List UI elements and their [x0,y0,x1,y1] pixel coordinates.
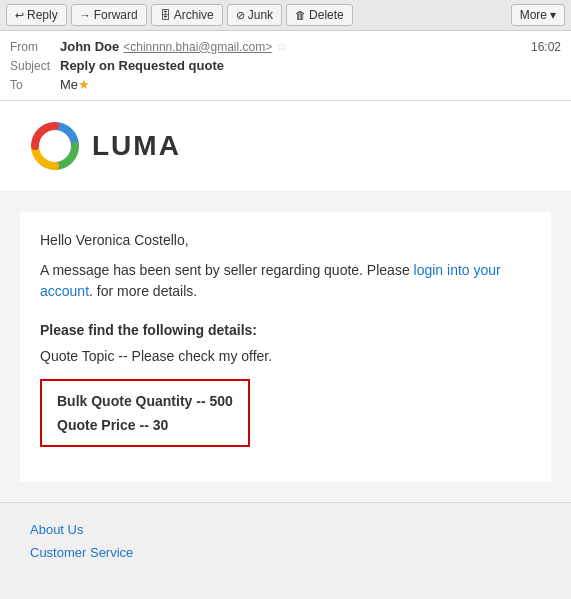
star-icon[interactable]: ☆ [276,39,288,54]
svg-point-1 [45,136,65,156]
sender-email: <chinnnn.bhai@gmail.com> [123,40,272,54]
luma-brand-text: LUMA [92,130,181,162]
about-us-link[interactable]: About Us [30,518,541,541]
logo-section: LUMA [0,101,571,192]
to-label: To [10,78,60,92]
email-footer: About Us Customer Service [0,502,571,580]
email-message: A message has been sent by seller regard… [40,260,531,302]
forward-label: Forward [94,8,138,22]
sender-name: John Doe [60,39,119,54]
email-wrapper: LUMA Hello Veronica Costello, A message … [0,101,571,580]
delete-icon: 🗑 [295,9,306,21]
chevron-down-icon: ▾ [550,8,556,22]
forward-button[interactable]: → Forward [71,4,147,26]
forward-icon: → [80,9,91,21]
junk-icon: ⊘ [236,9,245,22]
delete-label: Delete [309,8,344,22]
reply-button[interactable]: ↩ Reply [6,4,67,26]
more-button[interactable]: More ▾ [511,4,565,26]
email-content: Hello Veronica Costello, A message has b… [20,212,551,482]
customer-service-link[interactable]: Customer Service [30,541,541,564]
email-header: From John Doe <chinnnn.bhai@gmail.com> ☆… [0,31,571,101]
junk-label: Junk [248,8,273,22]
details-title: Please find the following details: [40,322,531,338]
subject-label: Subject [10,59,60,73]
quote-details-box: Bulk Quote Quantity -- 500 Quote Price -… [40,379,250,447]
quote-topic: Quote Topic -- Please check my offer. [40,348,531,364]
message-part2: . for more details. [89,283,197,299]
email-time: 16:02 [531,40,561,54]
luma-logo-icon [30,121,80,171]
to-name: Me [60,77,78,92]
details-section: Please find the following details: Quote… [40,322,531,447]
more-label: More [520,8,547,22]
delete-button[interactable]: 🗑 Delete [286,4,353,26]
email-subject: Reply on Requested quote [60,58,224,73]
email-scroll-area: LUMA Hello Veronica Costello, A message … [0,101,571,599]
archive-icon: 🗄 [160,9,171,21]
reply-icon: ↩ [15,9,24,22]
reply-label: Reply [27,8,58,22]
from-label: From [10,40,60,54]
to-star-icon: ★ [78,77,90,92]
archive-label: Archive [174,8,214,22]
archive-button[interactable]: 🗄 Archive [151,4,223,26]
email-greeting: Hello Veronica Costello, [40,232,531,248]
toolbar: ↩ Reply → Forward 🗄 Archive ⊘ Junk 🗑 Del… [0,0,571,31]
message-part1: A message has been sent by seller regard… [40,262,414,278]
email-body: LUMA Hello Veronica Costello, A message … [0,101,571,599]
bulk-quantity: Bulk Quote Quantity -- 500 [57,393,233,409]
quote-price: Quote Price -- 30 [57,417,233,433]
junk-button[interactable]: ⊘ Junk [227,4,282,26]
